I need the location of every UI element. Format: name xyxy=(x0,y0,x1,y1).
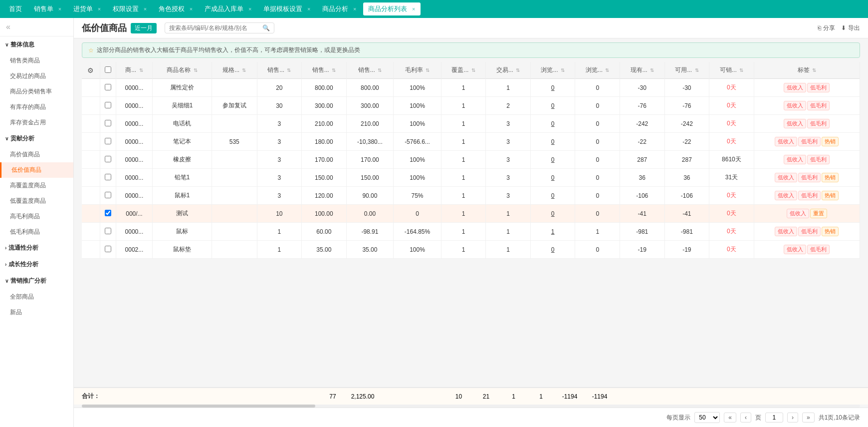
sidebar-item-low-coverage[interactable]: 低覆盖度商品 xyxy=(0,193,73,209)
sidebar-item-high-value[interactable]: 高价值商品 xyxy=(0,147,73,162)
view-link[interactable]: 0 xyxy=(551,174,555,181)
prev-page-btn[interactable]: ‹ xyxy=(740,413,751,423)
last-page-btn[interactable]: » xyxy=(802,413,815,423)
nav-permissions[interactable]: 权限设置 × xyxy=(108,2,152,15)
sort-salesqty-icon[interactable]: ⇅ xyxy=(287,67,291,73)
row-select-checkbox[interactable] xyxy=(105,174,111,180)
row-view1[interactable]: 0 xyxy=(530,187,575,205)
sort-spec-icon[interactable]: ⇅ xyxy=(242,67,246,73)
sidebar-item-low-value[interactable]: 低价值商品 xyxy=(0,162,73,178)
row-name[interactable]: 属性定价 xyxy=(153,79,212,97)
nav-analysis-list[interactable]: 商品分析列表 × xyxy=(363,2,420,15)
row-select-checkbox[interactable] xyxy=(105,102,111,108)
view-link[interactable]: 1 xyxy=(551,228,555,235)
nav-permissions-close[interactable]: × xyxy=(144,6,147,12)
nav-roles[interactable]: 角色授权 × xyxy=(154,2,198,15)
select-all-checkbox[interactable] xyxy=(105,66,111,73)
page-input[interactable] xyxy=(765,413,783,423)
row-view1[interactable]: 0 xyxy=(530,241,575,259)
row-select-checkbox[interactable] xyxy=(105,120,111,126)
row-select-checkbox[interactable] xyxy=(105,192,111,198)
checkbox-header[interactable] xyxy=(100,62,116,79)
sidebar-item-all-goods[interactable]: 全部商品 xyxy=(0,289,73,305)
view-link[interactable]: 0 xyxy=(551,210,555,217)
row-name[interactable]: 橡皮擦 xyxy=(153,151,212,169)
export-button[interactable]: ⬇ 导出 xyxy=(841,24,860,32)
sort-salescost-icon[interactable]: ⇅ xyxy=(378,67,382,73)
filter-tag[interactable]: 近一月 xyxy=(131,23,157,33)
settings-icon[interactable]: ⚙ xyxy=(87,66,94,74)
row-name[interactable]: 鼠标1 xyxy=(153,187,212,205)
sort-trade-icon[interactable]: ⇅ xyxy=(516,67,520,73)
nav-inventory[interactable]: 产成品入库单 × xyxy=(200,2,256,15)
sidebar-group-contribution[interactable]: ∨贡献分析 xyxy=(0,130,73,147)
sidebar-item-high-margin[interactable]: 高毛利商品 xyxy=(0,209,73,224)
nav-roles-close[interactable]: × xyxy=(190,6,193,12)
row-name[interactable]: 测试 xyxy=(153,205,212,223)
search-icon[interactable]: 🔍 xyxy=(262,24,270,31)
nav-inventory-close[interactable]: × xyxy=(248,6,251,12)
sort-current-icon[interactable]: ⇅ xyxy=(650,67,654,73)
nav-analysis-close[interactable]: × xyxy=(353,6,356,12)
search-input[interactable] xyxy=(169,24,262,31)
sidebar-item-low-margin[interactable]: 低毛利商品 xyxy=(0,224,73,240)
nav-home[interactable]: 首页 xyxy=(4,2,27,15)
sidebar-item-new-goods[interactable]: 新品 xyxy=(0,305,73,320)
gear-header[interactable]: ⚙ xyxy=(82,62,100,79)
view-link[interactable]: 0 xyxy=(551,84,555,91)
sort-view1-icon[interactable]: ⇅ xyxy=(561,67,565,73)
view-link[interactable]: 0 xyxy=(551,120,555,127)
row-name[interactable]: 鼠标垫 xyxy=(153,241,212,259)
sort-code-icon[interactable]: ⇅ xyxy=(139,67,143,73)
view-link[interactable]: 0 xyxy=(551,246,555,253)
nav-analysis-list-close[interactable]: × xyxy=(412,6,415,12)
next-page-btn[interactable]: › xyxy=(787,413,798,423)
sidebar-item-capital[interactable]: 库存资金占用 xyxy=(0,115,73,130)
row-view1[interactable]: 0 xyxy=(530,169,575,187)
row-select-checkbox[interactable] xyxy=(105,84,111,90)
row-select-checkbox[interactable] xyxy=(105,156,111,162)
sidebar-item-high-coverage[interactable]: 高覆盖度商品 xyxy=(0,178,73,193)
row-name[interactable]: 电话机 xyxy=(153,115,212,133)
sort-view2-icon[interactable]: ⇅ xyxy=(605,67,609,73)
row-select-checkbox[interactable] xyxy=(105,228,111,234)
sort-sellable-icon[interactable]: ⇅ xyxy=(739,67,743,73)
sidebar-group-growth[interactable]: ›成长性分析 xyxy=(0,256,73,273)
sort-margin-icon[interactable]: ⇅ xyxy=(426,67,430,73)
share-button[interactable]: ⎗ 分享 xyxy=(818,24,835,32)
sort-tags-icon[interactable]: ⇅ xyxy=(812,67,816,73)
per-page-select[interactable]: 50 100 200 xyxy=(694,412,720,423)
sort-name-icon[interactable]: ⇅ xyxy=(194,67,198,73)
row-view1[interactable]: 0 xyxy=(530,115,575,133)
sidebar-group-overall[interactable]: ∨整体信息 xyxy=(0,36,73,53)
row-select-checkbox[interactable] xyxy=(105,138,111,144)
nav-purchase[interactable]: 进货单 × xyxy=(68,2,106,15)
sort-available-icon[interactable]: ⇅ xyxy=(695,67,699,73)
nav-sales-close[interactable]: × xyxy=(58,6,61,12)
row-view1[interactable]: 1 xyxy=(530,223,575,241)
nav-sales[interactable]: 销售单 × xyxy=(29,2,66,15)
sidebar-item-inventory-goods[interactable]: 有库存的商品 xyxy=(0,99,73,115)
row-name[interactable]: 鼠标 xyxy=(153,223,212,241)
row-name[interactable]: 铅笔1 xyxy=(153,169,212,187)
sidebar-item-category-rate[interactable]: 商品分类销售率 xyxy=(0,84,73,99)
sort-coverage-icon[interactable]: ⇅ xyxy=(471,67,475,73)
row-select-checkbox[interactable] xyxy=(105,246,111,252)
nav-analysis[interactable]: 商品分析 × xyxy=(317,2,361,15)
row-view1[interactable]: 0 xyxy=(530,151,575,169)
row-name[interactable]: 笔记本 xyxy=(153,133,212,151)
nav-template[interactable]: 单据模板设置 × xyxy=(258,2,315,15)
nav-purchase-close[interactable]: × xyxy=(98,6,101,12)
row-view1[interactable]: 0 xyxy=(530,205,575,223)
sidebar-item-traded[interactable]: 交易过的商品 xyxy=(0,68,73,84)
sort-salesamt-icon[interactable]: ⇅ xyxy=(332,67,336,73)
row-view1[interactable]: 0 xyxy=(530,97,575,115)
row-view1[interactable]: 0 xyxy=(530,133,575,151)
row-name[interactable]: 吴细细1 xyxy=(153,97,212,115)
view-link[interactable]: 0 xyxy=(551,138,555,145)
sidebar-group-flow[interactable]: ›流通性分析 xyxy=(0,240,73,256)
view-link[interactable]: 0 xyxy=(551,156,555,163)
sidebar-group-marketing[interactable]: ∨营销推广分析 xyxy=(0,273,73,289)
view-link[interactable]: 0 xyxy=(551,192,555,199)
nav-template-close[interactable]: × xyxy=(307,6,310,12)
